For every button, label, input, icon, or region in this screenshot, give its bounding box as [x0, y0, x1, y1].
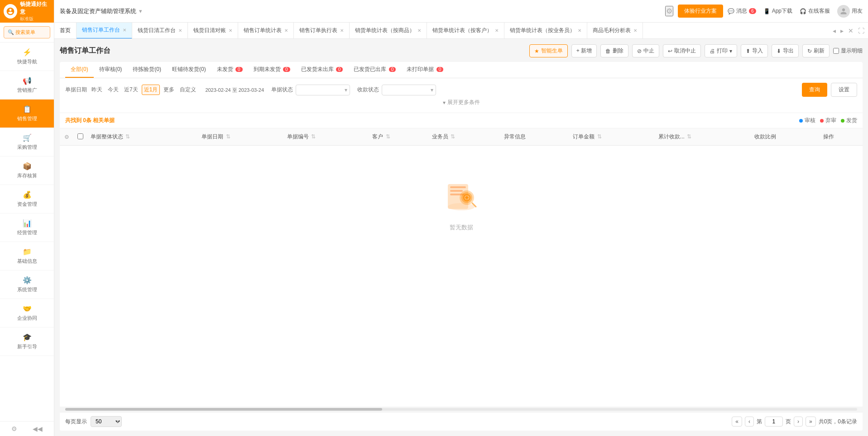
filter-tab-overdue[interactable]: 到期未发货 0 [248, 62, 296, 78]
add-btn[interactable]: + 新增 [571, 44, 597, 57]
prev-page-btn[interactable]: ‹ [745, 417, 754, 427]
sidebar-item-sales[interactable]: 📋 销售管理 [0, 100, 54, 128]
sidebar-item-guide[interactable]: 🎓 新手引导 [0, 327, 54, 356]
filter-tab-unprinted[interactable]: 未打印单据 0 [401, 62, 449, 78]
user-menu[interactable]: 用友 [837, 5, 863, 18]
sort-customer-icon[interactable]: ⇅ [386, 133, 390, 140]
tab-close-current-btn[interactable]: ✕ [846, 25, 855, 36]
tab-scroll-left-btn[interactable]: ◂ [831, 25, 838, 36]
sort-status-icon[interactable]: ⇅ [125, 133, 130, 140]
refresh-btn[interactable]: ↻ 刷新 [802, 44, 830, 57]
base-info-icon: 📁 [23, 247, 32, 256]
message-button[interactable]: 💬 消息 6 [728, 7, 756, 15]
export-btn[interactable]: ⬇ 导出 [772, 44, 799, 57]
trial-button[interactable]: 体验行业方案 [678, 5, 723, 18]
tab-cash-daily[interactable]: 钱货日清工作台 ✕ [132, 23, 188, 39]
last-page-btn[interactable]: » [806, 417, 816, 427]
sidebar-item-finance[interactable]: 💰 资金管理 [0, 185, 54, 213]
cancel-abort-btn[interactable]: ↩ 取消中止 [663, 44, 701, 57]
sidebar-item-enterprise[interactable]: 🤝 企业协同 [0, 299, 54, 327]
logo-text: 畅捷通好生意 标准版 [20, 0, 50, 22]
tab-close-reconcile[interactable]: ✕ [229, 28, 232, 33]
tab-sales-exec[interactable]: 销售订单执行表 ✕ [294, 23, 350, 39]
sort-staff-icon[interactable]: ⇅ [451, 133, 455, 140]
tab-margin-analysis[interactable]: 商品毛利分析表 ✕ [587, 23, 643, 39]
query-button[interactable]: 查询 [802, 83, 827, 97]
app-download-button[interactable]: 📱 App下载 [763, 7, 792, 15]
sidebar-item-system[interactable]: ⚙️ 系统管理 [0, 270, 54, 299]
date-option-1month[interactable]: 近1月 [142, 85, 160, 95]
payment-select[interactable] [382, 85, 436, 95]
page-number-input[interactable] [765, 417, 783, 427]
tab-staff-stats[interactable]: 销货单统计表（按业务员） ✕ [504, 23, 587, 39]
status-select[interactable] [296, 85, 350, 95]
first-page-btn[interactable]: « [732, 417, 742, 427]
date-option-7days[interactable]: 近7天 [122, 85, 140, 95]
tab-close-sales-order[interactable]: ✕ [123, 28, 126, 33]
sidebar-item-marketing[interactable]: 📢 营销推广 [0, 71, 54, 100]
system-dropdown-btn[interactable]: ▾ [139, 8, 142, 14]
tab-close-sales-exec[interactable]: ✕ [340, 28, 344, 33]
import-btn[interactable]: ⬆ 导入 [741, 44, 768, 57]
batch-cancel-btn[interactable]: 弃审 [820, 117, 836, 124]
page-size-select[interactable]: 50 100 200 [91, 416, 122, 427]
abort-btn[interactable]: ⊘ 中止 [632, 44, 659, 57]
sort-date-icon[interactable]: ⇅ [226, 133, 230, 140]
tab-close-sales-stats[interactable]: ✕ [284, 28, 288, 33]
tab-close-goods-stats[interactable]: ✕ [417, 28, 421, 33]
online-service-button[interactable]: 🎧 在线客服 [800, 7, 830, 15]
filter-tab-wangpu[interactable]: 旺铺待发货(0) [167, 62, 211, 78]
table-header-row: ⚙ 单据整体状态 ⇅ 单据日期 ⇅ 单据编号 ⇅ 客户 ⇅ 业务员 ⇅ 异常信息… [60, 128, 863, 146]
date-option-yesterday[interactable]: 昨天 [90, 85, 104, 95]
settings-button[interactable]: 设置 [831, 83, 857, 97]
batch-ship-btn[interactable]: 发货 [841, 117, 857, 124]
sort-amount-icon[interactable]: ⇅ [597, 133, 602, 140]
tab-sales-order[interactable]: 销售订单工作台 ✕ [77, 23, 132, 39]
tab-home[interactable]: 首页 [54, 23, 77, 39]
sidebar-collapse-btn[interactable]: ◀◀ [33, 425, 43, 432]
phone-icon: 📱 [763, 8, 770, 14]
smart-create-btn[interactable]: ★ 智能生单 [529, 44, 568, 57]
sidebar-item-operations[interactable]: 📊 经营管理 [0, 213, 54, 242]
filter-tab-shipped-not-out[interactable]: 已发货未出库 0 [296, 62, 349, 78]
next-page-btn[interactable]: › [794, 417, 803, 427]
filter-tab-pending-check[interactable]: 待拣验货(0) [127, 62, 167, 78]
tab-close-staff-stats[interactable]: ✕ [578, 28, 581, 33]
batch-review-btn[interactable]: 审核 [799, 117, 815, 124]
filter-tab-pending-review[interactable]: 待审核(0) [94, 62, 128, 78]
tab-customer-stats[interactable]: 销货单统计表（按客户） ✕ [427, 23, 504, 39]
tab-reconcile[interactable]: 钱货日清对账 ✕ [188, 23, 238, 39]
sort-collected-icon[interactable]: ⇅ [687, 133, 691, 140]
expand-conditions-btn[interactable]: ▾ 展开更多条件 [443, 99, 480, 106]
scrollbar[interactable] [60, 407, 863, 412]
tab-fullscreen-btn[interactable]: ⛶ [856, 25, 866, 36]
date-option-today[interactable]: 今天 [106, 85, 120, 95]
sidebar-item-purchase[interactable]: 🛒 采购管理 [0, 128, 54, 156]
tab-close-customer-stats[interactable]: ✕ [495, 28, 499, 33]
show-detail-checkbox[interactable]: 显示明细 [833, 47, 863, 55]
tab-close-cash-daily[interactable]: ✕ [178, 28, 182, 33]
date-option-custom[interactable]: 自定义 [178, 85, 198, 95]
tab-goods-stats[interactable]: 销货单统计表（按商品） ✕ [350, 23, 427, 39]
tab-close-margin-analysis[interactable]: ✕ [633, 28, 637, 33]
sidebar-settings-btn[interactable]: ⚙ [11, 425, 17, 432]
sort-number-icon[interactable]: ⇅ [311, 133, 316, 140]
sidebar-item-inventory[interactable]: 📦 库存核算 [0, 156, 54, 185]
tab-sales-stats[interactable]: 销售订单统计表 ✕ [238, 23, 294, 39]
tab-scroll-right-btn[interactable]: ▸ [839, 25, 845, 36]
sidebar-item-base-info[interactable]: 📁 基础信息 [0, 242, 54, 270]
print-btn[interactable]: 🖨 打印 ▾ [705, 44, 737, 57]
config-button[interactable]: ⚙ [665, 6, 673, 16]
delete-btn[interactable]: 🗑 删除 [600, 44, 628, 57]
scrollbar-thumb[interactable] [65, 408, 382, 411]
col-settings[interactable]: ⚙ [60, 128, 73, 146]
sidebar-item-quick-nav[interactable]: ⚡ 快捷导航 [0, 43, 54, 71]
expand-conditions: ▾ 展开更多条件 [65, 97, 857, 108]
sidebar-search[interactable]: 🔍 搜索菜单 [0, 23, 54, 43]
col-checkbox[interactable] [73, 128, 87, 146]
filter-tab-shipped-out[interactable]: 已发货已出库 0 [348, 62, 401, 78]
date-option-more[interactable]: 更多 [162, 85, 176, 95]
search-menu-button[interactable]: 🔍 搜索菜单 [4, 26, 50, 38]
filter-tab-all[interactable]: 全部(0) [65, 62, 94, 78]
filter-tab-unshipped[interactable]: 未发货 0 [211, 62, 248, 78]
